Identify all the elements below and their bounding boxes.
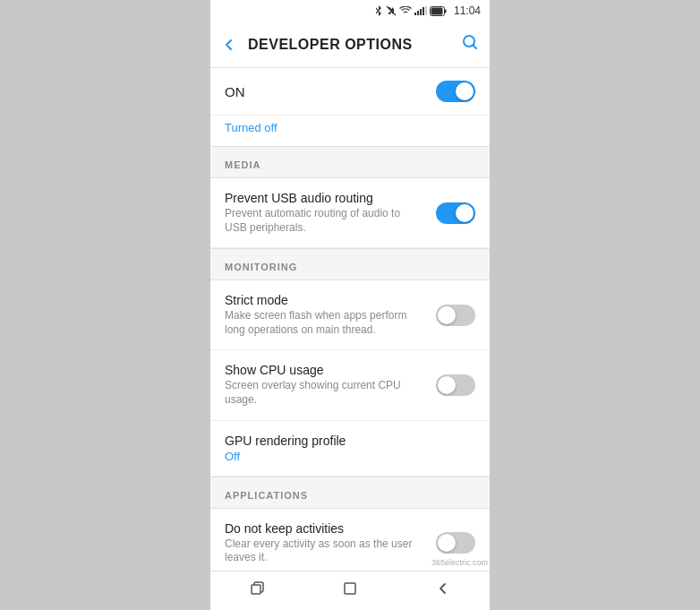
setting-gpu-rendering[interactable]: GPU rendering profile Off	[210, 421, 490, 477]
svg-rect-7	[444, 9, 446, 13]
setting-strict-mode-info: Strict mode Make screen flash when apps …	[225, 293, 425, 337]
setting-do-not-keep-title: Do not keep activities	[225, 521, 425, 536]
bluetooth-icon	[374, 4, 383, 17]
svg-line-0	[387, 6, 396, 15]
setting-show-cpu-desc: Screen overlay showing current CPU usage…	[225, 379, 425, 407]
setting-prevent-usb-title: Prevent USB audio routing	[225, 191, 425, 205]
watermark: 365electric.com	[431, 558, 488, 567]
section-media-label: MEDIA	[225, 159, 260, 170]
prevent-usb-toggle-track[interactable]	[436, 202, 475, 224]
setting-gpu-rendering-info: GPU rendering profile Off	[225, 434, 465, 463]
setting-prevent-usb-audio[interactable]: Prevent USB audio routing Prevent automa…	[210, 178, 490, 248]
section-applications-label: APPLICATIONS	[225, 490, 308, 501]
strict-mode-toggle-thumb	[438, 306, 456, 324]
prevent-usb-toggle-thumb	[456, 204, 474, 222]
status-bar: 11:04	[210, 0, 490, 21]
do-not-keep-toggle-thumb	[438, 534, 456, 552]
setting-show-cpu[interactable]: Show CPU usage Screen overlay showing cu…	[210, 350, 490, 420]
on-toggle-thumb	[456, 82, 474, 100]
svg-rect-11	[345, 583, 355, 594]
back-button[interactable]	[221, 37, 237, 53]
on-toggle-track[interactable]	[436, 81, 475, 102]
do-not-keep-toggle[interactable]	[436, 532, 475, 554]
setting-gpu-rendering-value: Off	[225, 450, 465, 463]
setting-strict-mode[interactable]: Strict mode Make screen flash when apps …	[210, 280, 490, 350]
on-label: ON	[225, 84, 245, 99]
svg-rect-3	[420, 9, 422, 15]
section-monitoring-label: MONITORING	[225, 262, 297, 272]
svg-rect-2	[417, 11, 419, 15]
section-media: MEDIA	[210, 146, 490, 178]
svg-rect-10	[252, 585, 260, 594]
setting-strict-mode-desc: Make screen flash when apps perform long…	[225, 309, 425, 337]
battery-icon	[430, 6, 448, 16]
svg-rect-8	[431, 7, 442, 14]
mute-icon	[386, 5, 397, 16]
signal-icon	[414, 6, 427, 15]
turned-off-container: Turned off	[210, 116, 490, 146]
svg-rect-4	[423, 7, 424, 15]
setting-prevent-usb-info: Prevent USB audio routing Prevent automa…	[225, 191, 425, 235]
content-area: ON Turned off MEDIA Prevent USB audio ro…	[210, 68, 490, 571]
status-time: 11:04	[454, 4, 481, 17]
wifi-icon	[399, 6, 412, 15]
top-bar: DEVELOPER OPTIONS	[210, 21, 490, 68]
setting-show-cpu-info: Show CPU usage Screen overlay showing cu…	[225, 363, 425, 407]
prevent-usb-toggle[interactable]	[436, 202, 475, 224]
recents-button[interactable]	[242, 573, 272, 608]
show-cpu-toggle-track[interactable]	[436, 374, 475, 396]
svg-rect-5	[425, 6, 427, 15]
svg-rect-1	[414, 13, 416, 15]
status-icons: 11:04	[374, 4, 481, 17]
home-button[interactable]	[335, 573, 365, 608]
on-toggle[interactable]	[436, 81, 475, 102]
setting-gpu-rendering-title: GPU rendering profile	[225, 434, 465, 448]
search-button[interactable]	[461, 33, 479, 56]
nav-bar	[210, 571, 490, 610]
setting-do-not-keep-desc: Clear every activity as soon as the user…	[225, 537, 425, 565]
setting-show-cpu-title: Show CPU usage	[225, 363, 425, 377]
setting-do-not-keep-info: Do not keep activities Clear every activ…	[225, 521, 425, 565]
strict-mode-toggle-track[interactable]	[436, 305, 475, 326]
do-not-keep-toggle-track[interactable]	[436, 532, 475, 554]
page-title: DEVELOPER OPTIONS	[248, 37, 461, 53]
on-row: ON	[210, 68, 490, 116]
turned-off-link[interactable]: Turned off	[225, 121, 277, 134]
section-applications: APPLICATIONS	[210, 477, 490, 509]
show-cpu-toggle[interactable]	[436, 374, 475, 396]
strict-mode-toggle[interactable]	[436, 305, 475, 326]
show-cpu-toggle-thumb	[438, 376, 456, 394]
back-nav-button[interactable]	[428, 573, 458, 608]
setting-prevent-usb-desc: Prevent automatic routing of audio to US…	[225, 207, 425, 235]
phone-frame: 11:04 DEVELOPER OPTIONS ON	[210, 0, 490, 610]
section-monitoring: MONITORING	[210, 248, 490, 280]
setting-strict-mode-title: Strict mode	[225, 293, 425, 307]
